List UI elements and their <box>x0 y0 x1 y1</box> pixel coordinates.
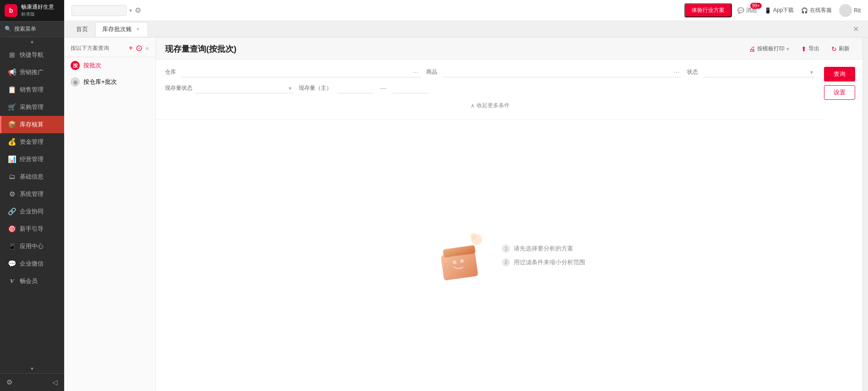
settings-button[interactable]: 设置 <box>824 85 855 100</box>
online-service-btn[interactable]: 🎧 在线客服 <box>801 6 832 14</box>
sidebar-footer: ⚙ ◁ <box>0 373 64 391</box>
operations-icon: 📊 <box>8 155 16 163</box>
tip-num-2: 2 <box>502 258 510 266</box>
phone-icon: 📱 <box>764 7 771 14</box>
filter-section: 仓库 ··· 商品 ··· 状态 <box>156 60 863 120</box>
add-scheme-icon[interactable]: + <box>129 44 133 52</box>
vip-icon: V <box>8 277 16 285</box>
right-scrollbar[interactable] <box>863 38 868 391</box>
status-select[interactable] <box>703 67 815 77</box>
collapse-sidebar-icon[interactable]: ◁ <box>52 378 58 386</box>
sidebar-item-quick-nav[interactable]: ⊞ 快捷导航 <box>0 46 64 64</box>
page-actions: 🖨 按模板打印 ▾ ⬆ 导出 ↻ 刷新 <box>745 43 853 54</box>
status-label: 状态 <box>687 68 701 76</box>
chevron-down-icon[interactable]: ▾ <box>129 7 132 14</box>
stock-qty-filter: 现存量（主） — <box>299 83 429 93</box>
purchase-icon: 🛒 <box>8 103 16 111</box>
sidebar-item-label: 经营管理 <box>20 155 44 163</box>
sidebar-item-vip[interactable]: V 畅会员 <box>0 272 64 290</box>
sidebar-item-system[interactable]: ⚙ 系统管理 <box>0 185 64 203</box>
collapse-filters-btn[interactable]: ∧ 收起更多条件 <box>165 99 815 112</box>
sidebar-header: b 畅康通好生意 标准版 <box>0 0 64 22</box>
tab-home[interactable]: 首页 <box>70 22 94 36</box>
scheme-settings-icon[interactable]: ⊙ <box>136 43 143 53</box>
message-btn[interactable]: 💬 消息 99+ <box>737 6 757 14</box>
sidebar-item-operations[interactable]: 📊 经营管理 <box>0 151 64 168</box>
user-name: Rit <box>854 7 861 14</box>
stock-qty-max[interactable] <box>393 83 429 93</box>
trial-button[interactable]: 体验行业方案 <box>684 3 732 17</box>
right-panel: 现存量查询(按批次) 🖨 按模板打印 ▾ ⬆ 导出 ↻ 刷新 <box>156 38 863 391</box>
new-user-icon: 🎯 <box>8 225 16 233</box>
gear-icon[interactable]: ⚙ <box>135 6 141 15</box>
enterprise-collab-icon: 🔗 <box>8 207 16 216</box>
print-btn[interactable]: 🖨 按模板打印 ▾ <box>745 43 793 54</box>
filter-buttons: 查询 设置 <box>824 60 863 120</box>
filter-row-2: 现存量状态 ▾ 现存量（主） — <box>165 83 815 93</box>
left-panel: 按以下方案查询 + ⊙ « 按 按批次 ◎ 按仓库+批次 <box>64 38 156 391</box>
app-download-btn[interactable]: 📱 App下载 <box>764 6 794 14</box>
left-panel-title: 按以下方案查询 <box>71 44 109 52</box>
warehouse-label: 仓库 <box>165 68 179 76</box>
scheme-item-batch[interactable]: 按 按批次 <box>64 57 155 74</box>
collapse-panel-icon[interactable]: « <box>145 44 149 52</box>
product-input[interactable] <box>443 67 682 77</box>
sales-icon: 📋 <box>8 86 16 94</box>
sidebar-scroll-down[interactable]: ▼ <box>0 364 64 373</box>
stock-qty-min[interactable] <box>337 83 374 93</box>
sidebar-item-inventory[interactable]: 📦 库存核算 <box>0 116 64 133</box>
warehouse-more-icon[interactable]: ··· <box>412 68 418 76</box>
sidebar-item-label: 企业微信 <box>20 260 44 268</box>
refresh-btn[interactable]: ↻ 刷新 <box>828 43 853 54</box>
warehouse-input[interactable] <box>181 67 421 77</box>
sidebar-item-sales[interactable]: 📋 销售管理 <box>0 81 64 98</box>
stock-status-arrow: ▾ <box>289 85 291 92</box>
tab-inventory-batch[interactable]: 库存批次账 × <box>95 22 148 37</box>
sidebar-scroll-up[interactable]: ▲ <box>0 37 64 46</box>
tip-text-2: 用过滤条件来缩小分析范围 <box>514 258 585 266</box>
sidebar-item-app-center[interactable]: 📱 应用中心 <box>0 238 64 255</box>
empty-illustration <box>433 228 488 283</box>
sidebar-item-enterprise-wx[interactable]: 💬 企业微信 <box>0 255 64 272</box>
tab-panel-close-icon[interactable]: ✕ <box>849 25 863 33</box>
marketing-icon: 📢 <box>8 68 16 76</box>
sidebar-item-label: 快捷导航 <box>20 51 44 59</box>
search-label: 搜索菜单 <box>14 25 36 33</box>
scheme-icon-wh-batch: ◎ <box>71 77 80 87</box>
sidebar-search[interactable]: 🔍 搜索菜单 <box>0 22 64 37</box>
user-avatar[interactable]: Rit <box>839 4 861 17</box>
main-area: ▾ ⚙ 体验行业方案 💬 消息 99+ 📱 App下载 🎧 在线客服 Rit <box>64 0 868 391</box>
system-icon: ⚙ <box>8 190 16 198</box>
print-chevron-icon[interactable]: ▾ <box>786 46 789 52</box>
tip-num-1: 1 <box>502 244 510 253</box>
sidebar-item-new-user[interactable]: 🎯 新手引导 <box>0 220 64 238</box>
settings-icon[interactable]: ⚙ <box>6 378 12 386</box>
headset-icon: 🎧 <box>801 7 808 14</box>
sidebar-item-enterprise-collab[interactable]: 🔗 企业协同 <box>0 203 64 220</box>
empty-tips: 1 请先选择要分析的方案 2 用过滤条件来缩小分析范围 <box>502 244 585 266</box>
sidebar-item-purchase[interactable]: 🛒 采购管理 <box>0 98 64 116</box>
sidebar-item-basic[interactable]: 🗂 基础信息 <box>0 168 64 185</box>
sidebar-item-label: 采购管理 <box>20 103 44 111</box>
inventory-icon: 📦 <box>8 120 16 129</box>
export-btn[interactable]: ⬆ 导出 <box>797 43 823 54</box>
sidebar-nav: ⊞ 快捷导航 📢 营销推广 📋 销售管理 🛒 采购管理 📦 库存核算 💰 资金管… <box>0 46 64 364</box>
stock-status-filter: 现存量状态 ▾ <box>165 83 293 93</box>
stock-qty-label: 现存量（主） <box>299 84 332 92</box>
page-titlebar: 现存量查询(按批次) 🖨 按模板打印 ▾ ⬆ 导出 ↻ 刷新 <box>156 38 863 60</box>
product-filter: 商品 ··· <box>426 67 682 77</box>
tab-close-icon[interactable]: × <box>135 26 141 33</box>
search-input[interactable] <box>71 5 126 16</box>
topbar: ▾ ⚙ 体验行业方案 💬 消息 99+ 📱 App下载 🎧 在线客服 Rit <box>64 0 868 21</box>
product-more-icon[interactable]: ··· <box>674 68 680 76</box>
query-button[interactable]: 查询 <box>824 67 855 81</box>
sidebar-item-label: 应用中心 <box>20 242 44 250</box>
refresh-icon: ↻ <box>831 45 837 53</box>
scheme-item-warehouse-batch[interactable]: ◎ 按仓库+批次 <box>64 74 155 90</box>
sidebar-item-capital[interactable]: 💰 资金管理 <box>0 133 64 151</box>
enterprise-wx-icon: 💬 <box>8 260 16 268</box>
status-filter: 状态 ▾ <box>687 67 815 77</box>
export-icon: ⬆ <box>801 45 807 53</box>
stock-status-select[interactable] <box>195 83 293 93</box>
sidebar-item-marketing[interactable]: 📢 营销推广 <box>0 64 64 81</box>
